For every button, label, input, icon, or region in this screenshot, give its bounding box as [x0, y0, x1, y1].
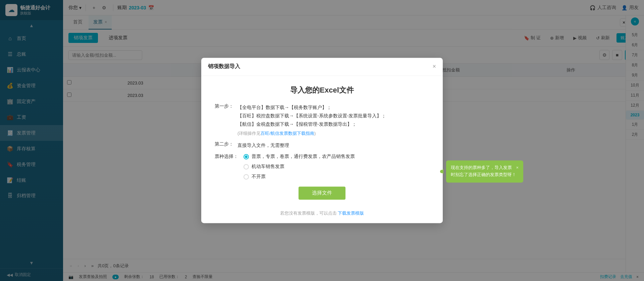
step1-line-1: 【全电平台】数据下载→【税务数字账户】；: [237, 103, 386, 112]
dialog-title: 销项数据导入: [208, 63, 240, 70]
radio-no-ticket-circle[interactable]: [244, 174, 249, 180]
radio-item-motor[interactable]: 机动车销售发票: [244, 164, 355, 170]
radio-normal-label: 普票，专票，卷票，通行费发票，农产品销售发票: [252, 154, 355, 160]
dialog-main-title: 导入您的Excel文件: [215, 85, 429, 95]
step2-row: 第二步： 直接导入文件，无需整理: [215, 141, 429, 150]
step1-content: 【全电平台】数据下载→【税务数字账户】； 【百旺】税控盘数据下载→【系统设置-系…: [237, 103, 386, 137]
radio-motor-label: 机动车销售发票: [252, 164, 284, 170]
dialog-close-btn[interactable]: ×: [432, 63, 436, 70]
radio-group: 普票，专票，卷票，通行费发票，农产品销售发票 机动车销售发票 不开票: [244, 154, 355, 180]
step1-link[interactable]: 百旺/航信发票数据下载指南: [261, 131, 314, 136]
radio-motor-circle[interactable]: [244, 164, 249, 170]
radio-normal-dot: [245, 156, 248, 158]
import-dialog: 销项数据导入 × 导入您的Excel文件 第一步： 【全电平台】数据下载→【税务…: [201, 58, 443, 223]
step1-line-2: 【百旺】税控盘数据下载→【系统设置-系统参数设置-发票批量导入】；: [237, 112, 386, 120]
step1-label: 第一步：: [215, 103, 233, 109]
footer-text: 若您没有发票模版，可以点击: [280, 211, 337, 216]
download-template-link[interactable]: 下载发票模版: [338, 211, 364, 216]
step1-row: 第一步： 【全电平台】数据下载→【税务数字账户】； 【百旺】税控盘数据下载→【系…: [215, 103, 429, 137]
tooltip-bubble: × 现在支持的票种多了，导入发票时别忘了选择正确的发票类型呀！: [446, 161, 523, 183]
step2-label: 第二步：: [215, 141, 233, 147]
tooltip-text: 现在支持的票种多了，导入发票时别忘了选择正确的发票类型呀！: [451, 165, 516, 177]
radio-item-normal[interactable]: 普票，专票，卷票，通行费发票，农产品销售发票: [244, 154, 355, 160]
tooltip-dot: [440, 170, 443, 173]
step1-note: (详细操作见百旺/航信发票数据下载指南): [237, 129, 386, 137]
radio-no-ticket-label: 不开票: [252, 174, 266, 180]
radio-item-no-ticket[interactable]: 不开票: [244, 174, 355, 180]
dialog-body: 导入您的Excel文件 第一步： 【全电平台】数据下载→【税务数字账户】； 【百…: [201, 76, 443, 206]
radio-normal-circle[interactable]: [244, 154, 249, 160]
dialog-header: 销项数据导入 ×: [201, 58, 443, 76]
tooltip-close-btn[interactable]: ×: [516, 165, 519, 172]
step1-line-3: 【航信】金税盘数据下载→【报税管理-发票数据导出】；: [237, 120, 386, 129]
step2-content: 直接导入文件，无需整理: [237, 141, 289, 150]
select-file-btn[interactable]: 选择文件: [299, 187, 345, 200]
ticket-label: 票种选择：: [215, 154, 238, 160]
dialog-footer: 若您没有发票模版，可以点击 下载发票模版: [201, 207, 443, 223]
ticket-row: 票种选择： 普票，专票，卷票，通行费发票，农产品销售发票 机动车销售发票 不开票: [215, 154, 429, 180]
